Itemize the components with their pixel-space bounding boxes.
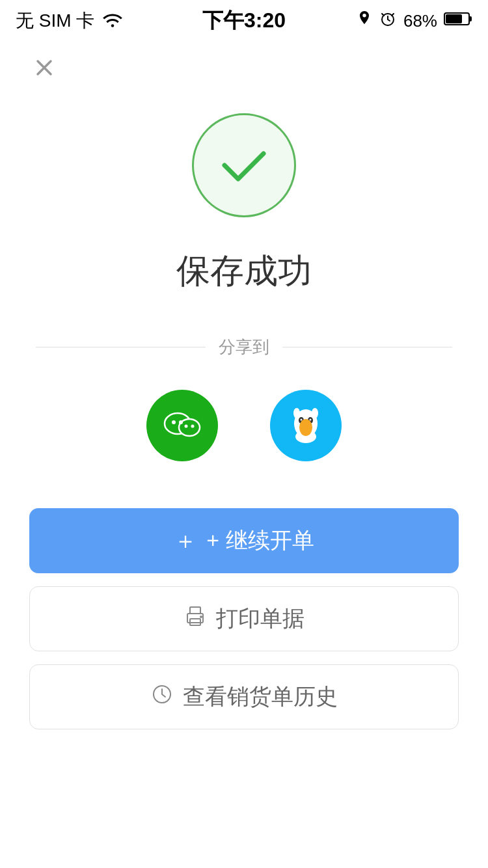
svg-rect-21 [190,607,200,614]
action-buttons: ＋ + 继续开单 打印单据 查看销货单历 [29,508,459,729]
time-label: 下午3:20 [202,7,286,35]
svg-point-23 [200,616,202,618]
continue-button[interactable]: ＋ + 继续开单 [29,508,459,573]
share-wechat-button[interactable] [146,390,218,461]
success-icon-circle [192,113,296,217]
battery-percentage: 68% [403,11,437,31]
divider-line-right [282,347,452,347]
alarm-icon [379,10,397,33]
close-button[interactable] [26,49,62,86]
share-icons-row [146,390,342,461]
history-label: 查看销货单历史 [183,682,338,712]
svg-point-9 [191,425,195,428]
svg-rect-2 [469,16,472,21]
divider-line-left [36,347,206,347]
svg-point-16 [293,408,300,418]
status-left: 无 SIM 卡 [16,8,124,33]
share-label: 分享到 [219,336,269,359]
svg-point-6 [172,420,176,424]
print-label: 打印单据 [216,604,305,634]
continue-label: + 继续开单 [206,526,314,556]
status-right: 68% [357,10,472,33]
svg-point-17 [312,408,318,418]
main-content: 保存成功 分享到 [0,42,488,729]
continue-icon: ＋ [174,525,197,557]
print-icon [183,604,207,633]
share-qq-button[interactable] [270,390,342,461]
svg-point-8 [185,425,188,428]
history-icon [150,683,174,711]
carrier-label: 无 SIM 卡 [16,8,94,33]
svg-point-19 [299,419,312,436]
share-divider: 分享到 [36,336,452,359]
battery-icon [444,11,472,31]
wifi-icon [101,10,124,33]
svg-point-14 [310,419,312,421]
svg-point-7 [179,420,183,424]
success-title: 保存成功 [176,249,312,294]
svg-point-13 [301,419,303,421]
svg-rect-3 [446,14,462,23]
location-icon [357,10,372,33]
print-button[interactable]: 打印单据 [29,586,459,651]
history-button[interactable]: 查看销货单历史 [29,664,459,729]
status-bar: 无 SIM 卡 下午3:20 68% [0,0,488,42]
